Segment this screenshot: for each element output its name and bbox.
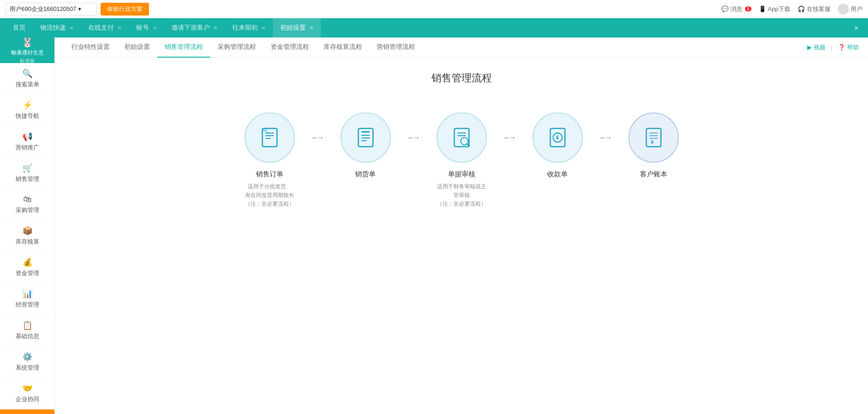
sub-tab-initial[interactable]: 初始设置	[117, 37, 157, 58]
sub-tab-purchase-flow-label: 采购管理流程	[218, 43, 256, 51]
trial-button[interactable]: 体验行业方案	[101, 3, 149, 16]
flow-circle-receipt[interactable]: ¥	[533, 112, 583, 163]
sub-tab-industry[interactable]: 行业特性设置	[64, 37, 117, 58]
top-bar: 用户690企业1660120507 ▾ 体验行业方案 💬 消息 6 📱 App下…	[0, 0, 868, 18]
svg-rect-6	[362, 131, 370, 133]
nav-tab-initial-label: 初始设置	[280, 24, 306, 32]
sidebar-basic-label: 基础信息	[16, 332, 39, 340]
sidebar-item-inventory[interactable]: 📦 库存核算	[0, 220, 54, 252]
arrow-icon-4: --→	[600, 132, 611, 143]
nav-tab-initial[interactable]: 初始设置 ✕	[273, 18, 321, 37]
purchase-icon: 🛍	[23, 195, 32, 204]
nav-tab-home-label: 首页	[13, 24, 26, 32]
nav-tab-payment[interactable]: 在线支付 ✕	[81, 18, 129, 37]
sub-tab-sales-flow[interactable]: 销售管理流程	[157, 37, 210, 58]
receipt-icon: ¥	[546, 126, 570, 149]
logo-sub: 标准版	[20, 58, 35, 64]
help-link[interactable]: ❓ 帮助	[838, 43, 859, 52]
sidebar-quicknav-label: 快捷导航	[16, 112, 39, 120]
sidebar-item-basic[interactable]: 📋 基础信息	[0, 315, 54, 346]
nav-tab-account-close[interactable]: ✕	[153, 25, 157, 31]
nav-tab-invite-label: 邀请下游客户	[171, 24, 210, 32]
sidebar-sales-label: 销售管理	[16, 175, 39, 183]
message-icon-item[interactable]: 💬 消息 6	[721, 5, 751, 13]
flow-circle-audit[interactable]	[437, 112, 487, 163]
flow-diagram: 销售订单 适用于分批发货、有合同发货周期较长（注：非必要流程） --→	[73, 112, 850, 209]
divider: |	[831, 44, 832, 51]
flow-label-delivery: 销货单	[355, 170, 376, 179]
sidebar-item-collab[interactable]: 🤝 企业协同	[0, 378, 54, 409]
page-content: 销售管理流程 销售订单 适用于分批发货、有合同	[55, 58, 868, 223]
nav-tab-close-all[interactable]: ✕	[850, 18, 863, 37]
sidebar-item-search[interactable]: 🔍 搜索菜单	[0, 63, 54, 95]
video-icon: ▶	[807, 44, 812, 51]
nav-tab-initial-close[interactable]: ✕	[309, 25, 314, 31]
collab-icon: 🤝	[22, 383, 32, 393]
operations-icon: 📊	[22, 289, 32, 299]
sidebar-item-system[interactable]: ⚙️ 系统管理	[0, 346, 54, 378]
ledger-icon: ¥	[642, 126, 666, 149]
sidebar-collab-label: 企业协同	[16, 395, 39, 403]
online-service-item[interactable]: 🎧 在线客服	[798, 5, 831, 13]
nav-tab-invite-close[interactable]: ✕	[213, 25, 218, 31]
app-download-item[interactable]: 📱 App下载	[759, 5, 790, 13]
top-bar-left: 用户690企业1660120507 ▾ 体验行业方案	[5, 3, 149, 16]
sub-tab-industry-label: 行业特性设置	[71, 43, 110, 51]
flow-desc-order: 适用于分批发货、有合同发货周期较长（注：非必要流程）	[245, 182, 294, 209]
user-name-label: 用户	[851, 5, 863, 13]
sidebar-item-sales[interactable]: 🛒 销售管理	[0, 158, 54, 189]
sidebar-item-operations[interactable]: 📊 经营管理	[0, 283, 54, 315]
user-menu-item[interactable]: 用户	[838, 4, 863, 15]
flow-node-delivery: 销货单	[329, 112, 402, 182]
flow-label-receipt: 收款单	[547, 170, 568, 179]
arrow-icon-2: --→	[408, 132, 419, 143]
sub-tab-purchase-flow[interactable]: 采购管理流程	[210, 37, 263, 58]
main-layout: 🐰 畅康通好生意 标准版 🔍 搜索菜单 ⚡ 快捷导航 📢 营销推广 🛒 销售管理…	[0, 37, 868, 414]
nav-tab-account[interactable]: 账号 ✕	[129, 18, 164, 37]
sub-tab-inventory-flow[interactable]: 库存核算流程	[316, 37, 369, 58]
video-link[interactable]: ▶ 视频	[807, 43, 825, 52]
sidebar-purchase-label: 采购管理	[16, 206, 39, 214]
sub-tab-marketing-flow[interactable]: 营销管理流程	[369, 37, 422, 58]
sub-tab-finance-flow[interactable]: 资金管理流程	[263, 37, 316, 58]
nav-tab-logistics[interactable]: 物流快递 ✕	[33, 18, 81, 37]
sidebar-item-guide[interactable]: 🎯 新手引导	[0, 409, 54, 414]
nav-tab-home[interactable]: 首页	[5, 18, 33, 37]
sidebar-item-marketing[interactable]: 📢 营销推广	[0, 126, 54, 158]
sidebar: 🐰 畅康通好生意 标准版 🔍 搜索菜单 ⚡ 快捷导航 📢 营销推广 🛒 销售管理…	[0, 37, 55, 414]
sidebar-item-quicknav[interactable]: ⚡ 快捷导航	[0, 95, 54, 126]
flow-node-receipt: ¥ 收款单	[521, 112, 594, 182]
user-selector[interactable]: 用户690企业1660120507 ▾	[5, 3, 97, 16]
sales-icon: 🛒	[22, 163, 32, 173]
basic-icon: 📋	[22, 320, 32, 330]
flow-circle-order[interactable]	[245, 112, 295, 163]
nav-tab-logistics-close[interactable]: ✕	[69, 25, 74, 31]
nav-tab-period[interactable]: 往来期初 ✕	[225, 18, 273, 37]
sub-tabs: 行业特性设置 初始设置 销售管理流程 采购管理流程 资金管理流程 库存核算流程 …	[55, 37, 868, 58]
svg-rect-4	[263, 129, 267, 132]
avatar	[838, 4, 849, 15]
sidebar-item-finance[interactable]: 💰 资金管理	[0, 252, 54, 283]
help-icon: ❓	[838, 44, 845, 51]
quicknav-icon: ⚡	[22, 100, 32, 110]
flow-circle-ledger[interactable]: ¥	[628, 112, 679, 163]
nav-tab-invite[interactable]: 邀请下游客户 ✕	[164, 18, 225, 37]
content-area: 行业特性设置 初始设置 销售管理流程 采购管理流程 资金管理流程 库存核算流程 …	[55, 37, 868, 414]
sidebar-logo: 🐰 畅康通好生意 标准版	[0, 37, 54, 63]
nav-tab-period-close[interactable]: ✕	[261, 25, 266, 31]
top-bar-right: 💬 消息 6 📱 App下载 🎧 在线客服 用户	[721, 4, 863, 15]
sub-tab-inventory-flow-label: 库存核算流程	[324, 43, 362, 51]
sidebar-item-purchase[interactable]: 🛍 采购管理	[0, 189, 54, 220]
marketing-icon: 📢	[22, 132, 32, 142]
flow-circle-delivery[interactable]	[341, 112, 391, 163]
sidebar-inventory-label: 库存核算	[16, 238, 39, 246]
svg-text:¥: ¥	[651, 139, 654, 145]
sub-tab-finance-flow-label: 资金管理流程	[271, 43, 309, 51]
order-icon	[258, 126, 282, 149]
arrow-icon-1: --→	[312, 132, 323, 143]
sidebar-finance-label: 资金管理	[16, 269, 39, 277]
logo-icon: 🐰	[21, 37, 33, 48]
headset-icon: 🎧	[798, 5, 805, 12]
nav-tab-payment-close[interactable]: ✕	[117, 25, 122, 31]
message-icon: 💬	[721, 5, 729, 12]
